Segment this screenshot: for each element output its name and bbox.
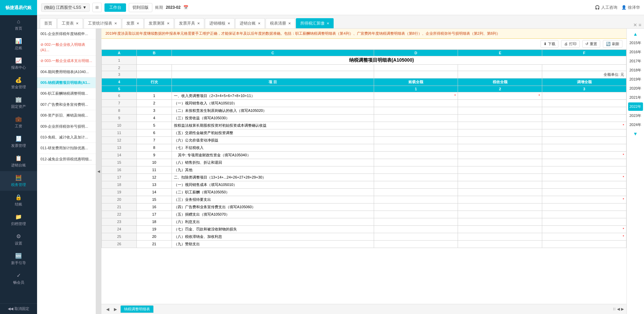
tab-invoice-calc[interactable]: 发票测算✕ [144,18,174,28]
sidebar-item-ledger[interactable]: 📊 总账 [0,34,37,54]
company-icon-button[interactable]: ⊞ [92,3,102,12]
left-item-002[interactable]: ⊘ 002-一般企业收入明细表(A1... [37,39,96,56]
table-row: 19 14 （二）职工薪酬（填写A105050） [102,188,626,196]
more-tabs-button[interactable]: ≡ [639,22,641,28]
sidebar-item-invoice-label: 发票管理 [11,143,26,148]
company-selector[interactable]: (物副) 江西股空-LSS ▼ [41,3,90,12]
prev-sheet-button[interactable]: ◀ [104,306,111,312]
next-sheet-button[interactable]: ▶ [112,306,119,312]
left-item-011[interactable]: 011-研发费用加计扣除优惠... [37,143,96,154]
support-button[interactable]: 🎧 人工咨询 [595,5,617,10]
period-label: 账期 [155,5,163,10]
tab-tax-list-close[interactable]: ✕ [288,22,291,25]
left-item-003[interactable]: ⊘ 003-一般企业成本支出明细... [37,56,96,66]
tab-purchase-ledger-close[interactable]: ✕ [258,22,260,25]
sidebar-item-payroll[interactable]: 💼 工资 [0,113,37,132]
year-2017[interactable]: 2017年 [628,57,643,65]
tab-tax-list[interactable]: 税表清册✕ [266,18,295,28]
tab-payroll-close[interactable]: ✕ [76,22,79,25]
tab-home[interactable]: 首页 [40,18,57,28]
sidebar-item-close[interactable]: 🔒 结账 [0,191,37,210]
guide-icon: 🆕 [15,253,22,259]
reset-label: 重置 [590,41,597,46]
left-item-006[interactable]: 006-职工薪酬纳税调整明细... [37,88,96,99]
sidebar-item-home[interactable]: ⌂ 首页 [0,15,37,34]
spreadsheet-wrapper[interactable]: A B C D E F 1 纳税调整项目明细表(A105000) [101,50,626,304]
table-row: 1 纳税调整项目明细表(A105000) [102,56,626,64]
sidebar-item-archive[interactable]: 📁 归档管理 [0,210,37,230]
tab-invoice-issue-close[interactable]: ✕ [197,22,200,25]
year-2024[interactable]: 2024年 [628,121,643,129]
left-item-012[interactable]: 012-减免企业所得税优惠明细... [37,154,96,165]
year-2015[interactable]: 2015年 [628,39,643,47]
pin-button[interactable]: ◀◀ 取消固定 [0,304,37,314]
sidebar-item-tax-label: 税务管理 [11,182,26,187]
tab-income-tax-close[interactable]: ✕ [327,22,329,25]
tab-invoice-calc-close[interactable]: ✕ [167,22,170,25]
left-item-010[interactable]: 010-免税、减计收入及加计... [37,132,96,143]
year-2023[interactable]: 2023年 [628,112,643,120]
tab-invoice[interactable]: 发票✕ [122,18,144,28]
year-2018[interactable]: 2018年 [628,66,643,74]
sidebar-item-asset-label: 资金管理 [11,85,26,90]
left-item-004[interactable]: 004-期间费用明细表(A1040... [37,67,96,77]
tab-purchase-ledger[interactable]: 进销台账✕ [235,18,265,28]
year-2022[interactable]: 2022年 [628,102,643,111]
tab-purchase-check[interactable]: 进销稽核✕ [205,18,235,28]
left-item-008[interactable]: 008-资产折旧、摊销及纳税... [37,110,96,121]
col-e: E [458,50,542,56]
year-up-button[interactable]: ▲ [632,30,640,38]
year-2016[interactable]: 2016年 [628,48,643,56]
sidebar-item-guide[interactable]: 🆕 新手引导 [0,249,37,269]
close-tab-button[interactable]: ✕ [633,22,637,28]
reset-button[interactable]: ↺ 重置 [582,40,600,48]
download-button[interactable]: ⬇ 下载 [541,40,558,48]
worktable-button[interactable]: 工作台 [104,3,126,12]
year-2021[interactable]: 2021年 [628,93,643,102]
table-row: 10 5 按权益法核算长期股权投资对初始投资成本调整确认收益 * [102,122,626,129]
sidebar-item-purchase[interactable]: 📋 进销台账 [0,152,37,171]
fixed-asset-icon: 🏢 [15,96,22,103]
oldver-button[interactable]: 切到旧版 [129,3,152,12]
sidebar-item-tax[interactable]: 🧮 税务管理 [0,171,37,191]
sidebar-item-payroll-label: 工资 [15,124,22,129]
unit-cell: 全额单位: 元 [542,71,626,78]
tab-invoice-close[interactable]: ✕ [136,22,139,25]
scroll-right-icon[interactable]: ▶ [621,307,624,311]
sidebar-item-member[interactable]: ✓ 畅会员 [0,269,37,288]
print-button[interactable]: 🖨 打印 [561,40,580,48]
year-2019[interactable]: 2019年 [628,75,643,84]
sidebar-item-fixed-asset[interactable]: 🏢 固定资产 [0,93,37,113]
tab-purchase-check-label: 进销稽核 [209,21,225,26]
panel-toggle[interactable]: ◀ [96,29,101,314]
print-icon: 🖨 [564,42,568,46]
sheet-tab-active[interactable]: 纳税调整明细表 [120,305,154,313]
calendar-icon[interactable]: 📅 [183,5,188,10]
sub-header-row: 5 [102,86,137,92]
user-profile[interactable]: 👤 徐泽华 [621,5,640,10]
sidebar-item-report[interactable]: 📈 报表中心 [0,54,37,73]
sidebar-item-asset[interactable]: 💰 资金管理 [0,73,37,93]
sidebar-item-close-label: 结账 [15,202,22,207]
year-down-button[interactable]: ▼ [632,130,640,138]
sidebar-item-invoice[interactable]: 🧾 发票管理 [0,132,37,152]
invoice-icon: 🧾 [15,135,22,142]
left-item-009[interactable]: 009-企业所得税弥补亏损明... [37,121,96,132]
left-item-007[interactable]: 007-广告费和业务宣传费明... [37,99,96,110]
tab-purchase-check-close[interactable]: ✕ [227,22,230,25]
scroll-left-icon[interactable]: ◀ [617,307,620,311]
tab-invoice-calc-label: 发票测算 [149,21,165,26]
spreadsheet: A B C D E F 1 纳税调整项目明细表(A105000) [101,50,626,248]
tab-payroll-stat[interactable]: 工资统计报表✕ [84,18,121,28]
tab-payroll[interactable]: 工资表✕ [57,18,83,28]
refresh-button[interactable]: 🔄 刷新 [603,40,622,48]
sidebar-item-settings[interactable]: ⚙ 设置 [0,230,37,249]
tab-invoice-issue[interactable]: 发票开具✕ [175,18,204,28]
tax-icon: 🧮 [15,175,22,181]
sidebar-bottom: ◀◀ 取消固定 [0,303,37,314]
tab-income-tax[interactable]: 所得税汇算缴✕ [296,18,334,28]
tab-payroll-stat-close[interactable]: ✕ [114,22,117,25]
year-2020[interactable]: 2020年 [628,84,643,93]
left-item-005[interactable]: 005-纳税调整项目明细表(A1... [37,77,96,88]
left-item-001[interactable]: 001-企业所得税年度纳税申... [37,29,96,39]
